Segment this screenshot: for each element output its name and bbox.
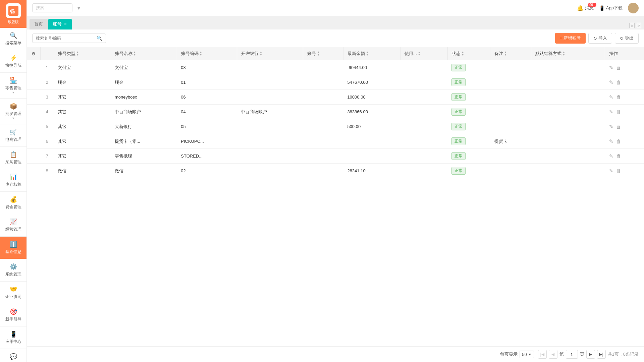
edit-button-1[interactable]: ✎ [609, 79, 613, 85]
row-operation-6: ✎ 🗑 [605, 149, 644, 164]
row-gear-6 [27, 149, 40, 164]
edit-button-5[interactable]: ✎ [609, 138, 613, 144]
edit-button-2[interactable]: ✎ [609, 94, 613, 100]
sidebar-item-finance[interactable]: 💰 资金管理 [0, 192, 26, 214]
per-page-dropdown[interactable]: 50 ▼ [520, 351, 534, 358]
add-account-button[interactable]: + 新增账号 [555, 33, 586, 44]
row-account-name-7: 微信 [111, 164, 177, 178]
edit-button-7[interactable]: ✎ [609, 168, 613, 174]
sidebar-item-wholesale[interactable]: 📦 批发管理 ▼ [0, 99, 26, 124]
row-account-no-4 [303, 119, 343, 134]
column-account-code[interactable]: 账号编码 ▲▼ [177, 47, 237, 60]
sort-usage[interactable]: ▲▼ [418, 51, 421, 56]
sort-default-settlement[interactable]: ▲▼ [562, 51, 565, 56]
column-default-settlement[interactable]: 默认结算方式 ▲▼ [531, 47, 605, 60]
column-remarks-label: 备注 [494, 51, 503, 57]
delete-button-4[interactable]: 🗑 [616, 124, 621, 130]
row-status-3: 正常 [447, 105, 490, 119]
delete-button-2[interactable]: 🗑 [616, 94, 621, 100]
column-opening-bank[interactable]: 开户银行 ▲▼ [237, 47, 303, 60]
delete-button-1[interactable]: 🗑 [616, 79, 621, 85]
sort-opening-bank[interactable]: ▲▼ [260, 51, 262, 56]
row-account-code-0: 03 [177, 60, 237, 75]
sidebar-item-inventory[interactable]: 📊 库存核算 [0, 169, 26, 192]
row-status-2: 正常 [447, 90, 490, 105]
column-status[interactable]: 状态 ▲▼ [447, 47, 490, 60]
row-status-6: 正常 [447, 149, 490, 164]
prev-page-button[interactable]: ◀ [549, 350, 557, 359]
header-dropdown[interactable]: ▼ [76, 5, 81, 11]
sidebar-logo: 畅 乐版版 [0, 0, 26, 28]
avatar[interactable] [628, 3, 639, 13]
table-header-row: ⚙ 账号类型 ▲▼ 账号名称 ▲▼ [27, 47, 644, 60]
toolbar-actions: + 新增账号 ↻ 导入 ↻ 导出 [555, 33, 639, 44]
sort-account-name[interactable]: ▲▼ [133, 51, 136, 56]
sidebar-item-enterprise-agreement[interactable]: 🤝 企业协同 [0, 282, 26, 304]
column-gear[interactable]: ⚙ [27, 47, 40, 60]
sidebar-item-new-guide[interactable]: 🎯 新手引导 [0, 304, 26, 326]
delete-button-5[interactable]: 🗑 [616, 138, 621, 144]
edit-button-0[interactable]: ✎ [609, 65, 613, 71]
delete-button-0[interactable]: 🗑 [616, 65, 621, 71]
row-gear-0 [27, 60, 40, 75]
sort-remarks[interactable]: ▲▼ [504, 51, 507, 56]
row-status-7: 正常 [447, 164, 490, 178]
operations-icon: 📈 [10, 218, 17, 226]
tab-bar: 首页 账号 ✕ ✕ ⤢ [27, 16, 644, 29]
delete-button-3[interactable]: 🗑 [616, 109, 621, 115]
table-row: 3 其它 moneybosx 06 10000.00 正常 ✎ 🗑 [27, 90, 644, 105]
sidebar-item-operations[interactable]: 📈 经营管理 [0, 214, 26, 237]
import-button[interactable]: ↻ 导入 [588, 33, 612, 44]
header-right: 🔔 消息 99+ 📱 App下载 [577, 3, 639, 13]
edit-button-3[interactable]: ✎ [609, 109, 613, 115]
sidebar-item-search[interactable]: 🔍 搜索菜单 [0, 28, 26, 50]
column-remarks[interactable]: 备注 ▲▼ [490, 47, 531, 60]
row-opening-bank-3: 中百商场账户 [237, 105, 303, 119]
first-page-button[interactable]: |◀ [538, 350, 547, 359]
delete-button-6[interactable]: 🗑 [616, 153, 621, 159]
sort-account-type[interactable]: ▲▼ [76, 51, 79, 56]
sort-account-no[interactable]: ▲▼ [317, 51, 320, 56]
enterprise-agreement-icon: 🤝 [10, 286, 17, 293]
column-account-name[interactable]: 账号名称 ▲▼ [111, 47, 177, 60]
next-page-button[interactable]: ▶ [586, 350, 595, 359]
delete-button-7[interactable]: 🗑 [616, 168, 621, 174]
sidebar-item-quick-nav[interactable]: ⚡ 快捷导航 [0, 50, 26, 73]
last-page-button[interactable]: ▶| [597, 350, 606, 359]
row-latest-balance-0: -90444.00 [343, 60, 400, 75]
sidebar-item-basic-info[interactable]: ℹ️ 基础信息 [0, 237, 26, 259]
window-close-button[interactable]: ✕ [629, 23, 635, 28]
table-row: 1 支付宝 支付宝 03 -90444.00 正常 ✎ 🗑 [27, 60, 644, 75]
edit-button-6[interactable]: ✎ [609, 153, 613, 159]
sidebar-item-purchase[interactable]: 📋 采购管理 [0, 147, 26, 169]
row-gear-4 [27, 119, 40, 134]
tab-accounts[interactable]: 账号 ✕ [48, 19, 72, 29]
column-account-no-label: 账号 [307, 51, 316, 57]
sidebar-item-system[interactable]: ⚙️ 系统管理 [0, 259, 26, 282]
row-operation-3: ✎ 🗑 [605, 105, 644, 119]
search-box[interactable]: 🔍 [32, 34, 106, 43]
search-input[interactable] [36, 36, 95, 41]
column-usage[interactable]: 使用... ▲▼ [400, 47, 447, 60]
sidebar-item-ecommerce[interactable]: 🛒 电商管理 [0, 124, 26, 147]
app-download-button[interactable]: 📱 App下载 [599, 5, 623, 11]
edit-button-4[interactable]: ✎ [609, 124, 613, 130]
column-account-type[interactable]: 账号类型 ▲▼ [54, 47, 111, 60]
window-expand-button[interactable]: ⤢ [636, 23, 641, 28]
page-input[interactable] [566, 350, 578, 359]
sort-account-code[interactable]: ▲▼ [200, 51, 202, 56]
sidebar-item-app-center[interactable]: 📱 应用中心 [0, 326, 26, 349]
tab-close-icon[interactable]: ✕ [64, 22, 67, 26]
sidebar-item-enterprise-wechat[interactable]: 💬 企业微信 [0, 349, 26, 362]
settings-icon[interactable]: ⚙ [32, 51, 36, 56]
sidebar-label-operations: 经营管理 [5, 227, 21, 232]
export-button[interactable]: ↻ 导出 [615, 33, 639, 44]
sidebar-item-retail[interactable]: 🏪 零售管理 ▼ [0, 73, 26, 99]
sort-status[interactable]: ▲▼ [462, 51, 464, 56]
messages-button[interactable]: 🔔 消息 99+ [577, 5, 594, 11]
column-account-no[interactable]: 账号 ▲▼ [303, 47, 343, 60]
header-left: 搜索 ▼ [32, 3, 81, 12]
tab-home[interactable]: 首页 [30, 19, 48, 29]
sort-latest-balance[interactable]: ▲▼ [366, 51, 369, 56]
column-latest-balance[interactable]: 最新余额 ▲▼ [343, 47, 400, 60]
